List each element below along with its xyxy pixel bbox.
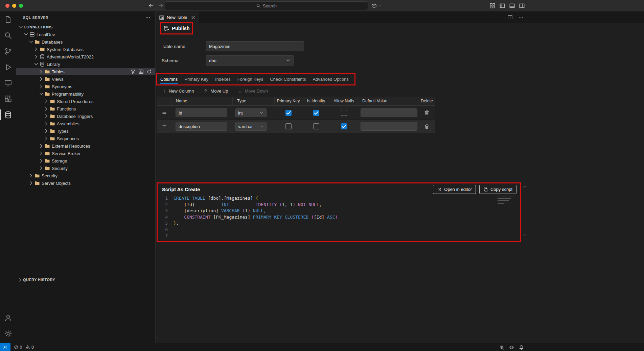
chevron-right-icon [44,128,49,134]
allow-nulls-checkbox[interactable] [341,110,347,116]
tree-item-tables[interactable]: Tables [16,68,155,75]
tab-new-table[interactable]: New Table [156,11,199,23]
new-column-button[interactable]: New Column [162,89,194,94]
is-identity-checkbox[interactable] [313,110,319,116]
editor-more-actions-icon[interactable] [518,15,524,20]
tree-item-system-databases[interactable]: System Databases [16,46,155,53]
tree-item-storage[interactable]: Storage [16,157,155,165]
drag-handle-icon[interactable] [162,124,167,129]
search-icon [256,3,261,8]
tree-item-library[interactable]: Library [16,60,155,68]
chevron-right-icon [28,180,34,186]
chevron-right-icon [44,114,49,119]
activity-item-explorer[interactable] [0,11,16,27]
is-identity-checkbox[interactable] [313,123,319,129]
designer-tab-indexes[interactable]: Indexes [212,74,234,84]
allow-nulls-checkbox[interactable] [341,123,347,129]
default-value-input[interactable] [361,108,417,117]
trash-icon[interactable] [424,110,430,116]
primary-key-checkbox[interactable] [285,110,292,116]
designer-tab-advanced-options[interactable]: Advanced Options [309,74,352,84]
designer-tab-foreign-keys[interactable]: Foreign Keys [234,74,267,84]
column-type-select[interactable]: int [235,108,267,117]
tree-item-localdev[interactable]: LocalDev [16,31,155,38]
navigate-forward-icon[interactable] [158,3,164,9]
drag-handle-icon[interactable] [162,110,167,116]
toggle-primary-sidebar-icon[interactable] [499,3,505,9]
split-editor-icon[interactable] [507,15,513,20]
zoom-window-button[interactable] [19,4,23,8]
filter-icon[interactable] [130,69,136,74]
schema-select[interactable]: dbo [206,55,294,66]
publish-button[interactable]: Publish [160,22,193,34]
chevron-right-icon [39,151,44,156]
command-center-search[interactable]: Search [165,1,368,10]
activity-item-remote-explorer[interactable] [0,75,16,91]
tree-item-databases[interactable]: Databases [16,38,155,46]
copilot-icon[interactable] [509,345,514,350]
more-actions-icon[interactable] [145,15,151,20]
tree-item-service-broker[interactable]: Service Broker [16,150,155,157]
scroll-down-icon[interactable] [523,233,527,237]
tree-item-adventureworkslt2022[interactable]: AdventureWorksLT2022 [16,53,155,60]
tree-item-synonyms[interactable]: Synonyms [16,83,155,90]
open-in-editor-button[interactable]: Open in editor [433,185,476,194]
tree-item-programmability[interactable]: Programmability [16,90,155,98]
line-number: 3 [158,208,168,214]
toggle-secondary-sidebar-icon[interactable] [519,3,525,9]
zoom-icon[interactable] [499,345,504,350]
activity-item-settings[interactable] [0,326,16,342]
trash-icon[interactable] [424,123,430,129]
default-value-input[interactable] [361,122,417,131]
folder-icon [50,136,55,141]
script-code[interactable]: 1CREATE TABLE [dbo].[Magazines] (2 [Id] … [158,195,520,239]
activity-item-run-and-debug[interactable] [0,59,16,75]
primary-key-checkbox[interactable] [285,123,292,129]
refresh-icon[interactable] [146,69,152,74]
tree-item-security[interactable]: Security [16,165,155,172]
column-header-primary-key: Primary Key [275,97,302,105]
column-name-input[interactable] [176,108,227,117]
copilot-menu-button[interactable] [371,2,382,10]
scroll-up-icon[interactable] [523,184,527,189]
close-tab-icon[interactable] [190,15,196,20]
line-number: 1 [158,195,168,202]
window-controls [5,4,23,8]
activity-item-sql-server[interactable] [0,107,16,123]
bell-icon[interactable] [519,345,524,350]
navigate-back-icon[interactable] [148,3,154,9]
tree-item-server-objects[interactable]: Server Objects [16,179,155,187]
tree-item-sequences[interactable]: Sequences [16,135,155,142]
designer-tab-columns[interactable]: Columns [157,74,181,84]
column-type-select[interactable]: varchar [235,122,267,131]
tree-item-security[interactable]: Security [16,172,155,179]
activity-item-extensions[interactable] [0,91,16,107]
problems-indicator[interactable]: 0 0 [14,345,36,350]
tree-item-types[interactable]: Types [16,127,155,135]
close-window-button[interactable] [5,4,9,8]
minimize-window-button[interactable] [12,4,16,8]
move-up-button[interactable]: Move Up [203,89,228,94]
table-name-input[interactable] [206,41,304,51]
customize-layout-icon[interactable] [489,3,496,9]
column-name-input[interactable] [176,122,227,131]
editor-area: New Table Publish Table name Schema dbo … [156,11,644,343]
activity-item-source-control[interactable] [0,43,16,59]
designer-tab-primary-key[interactable]: Primary Key [181,74,212,84]
query-history-section[interactable]: QUERY HISTORY [16,275,155,284]
remote-indicator[interactable] [0,343,10,351]
toggle-panel-icon[interactable] [509,3,515,9]
tree-item-database-triggers[interactable]: Database Triggers [16,112,155,120]
columns-grid: NameTypePrimary KeyIs IdentityAllow Null… [157,97,435,133]
tree-item-stored-procedures[interactable]: Stored Procedures [16,98,155,105]
table-grid-icon[interactable] [138,69,144,74]
copy-script-button[interactable]: Copy script [479,185,516,194]
tree-item-functions[interactable]: Functions [16,105,155,112]
activity-item-search[interactable] [0,27,16,43]
tree-item-connections[interactable]: CONNECTIONS [16,23,155,31]
activity-item-accounts[interactable] [0,310,16,326]
tree-item-assemblies[interactable]: Assemblies [16,120,155,127]
designer-tab-check-constraints[interactable]: Check Constraints [267,74,309,84]
tree-item-views[interactable]: Views [16,75,155,83]
tree-item-external-resources[interactable]: External Resources [16,142,155,150]
